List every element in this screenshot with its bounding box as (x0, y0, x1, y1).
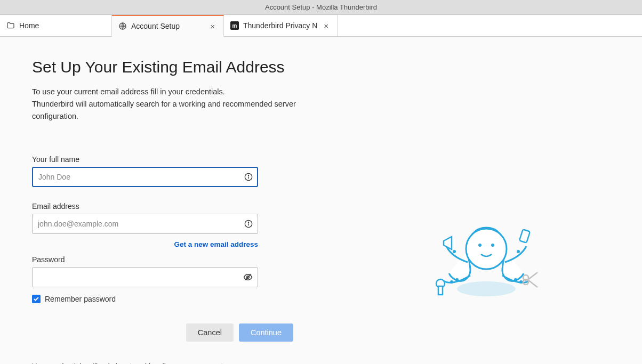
password-label: Password (32, 255, 258, 264)
info-icon[interactable] (244, 173, 253, 181)
password-input[interactable] (32, 267, 258, 287)
action-buttons: Cancel Continue (32, 323, 293, 342)
close-icon[interactable]: × (208, 22, 217, 31)
tab-account-setup[interactable]: Account Setup × (112, 15, 224, 37)
new-email-link[interactable]: Get a new email address (174, 240, 258, 248)
globe-icon (118, 22, 127, 30)
favicon-icon: m (230, 21, 239, 30)
page-content: Set Up Your Existing Email Address To us… (0, 37, 642, 364)
new-email-link-row: Get a new email address (32, 239, 258, 249)
eye-off-icon[interactable] (243, 272, 253, 282)
footer-note: Your credentials will only be stored loc… (32, 362, 331, 364)
svg-point-20 (514, 278, 517, 281)
email-input[interactable] (32, 214, 258, 234)
tab-label: Account Setup (131, 22, 204, 30)
svg-point-11 (478, 244, 482, 247)
page-title: Set Up Your Existing Email Address (32, 58, 331, 76)
remember-checkbox[interactable] (32, 295, 41, 303)
email-label: Email address (32, 202, 258, 211)
cancel-button[interactable]: Cancel (186, 323, 234, 342)
svg-point-12 (491, 244, 494, 247)
tab-privacy-notice[interactable]: m Thunderbird Privacy N × (224, 15, 338, 36)
svg-point-19 (450, 280, 453, 284)
page-description-2: Thunderbird will automatically search fo… (32, 98, 331, 123)
tab-home[interactable]: Home (0, 15, 112, 36)
email-field-group: Email address (32, 202, 258, 234)
illustration (363, 58, 610, 364)
name-field-group: Your full name (32, 155, 258, 187)
svg-point-9 (457, 281, 516, 296)
remember-password-row[interactable]: Remember password (32, 295, 331, 303)
name-label: Your full name (32, 155, 258, 164)
svg-rect-13 (519, 229, 530, 242)
svg-point-23 (517, 250, 520, 253)
window-titlebar: Account Setup - Mozilla Thunderbird (0, 0, 642, 15)
svg-point-3 (248, 175, 248, 175)
window-title: Account Setup - Mozilla Thunderbird (265, 3, 377, 11)
close-icon[interactable]: × (322, 21, 331, 30)
svg-rect-15 (438, 286, 443, 295)
octopus-icon (428, 212, 545, 313)
page-description-1: To use your current email address fill i… (32, 86, 331, 98)
info-icon[interactable] (244, 220, 253, 228)
form-column: Set Up Your Existing Email Address To us… (32, 58, 331, 364)
password-field-group: Password (32, 255, 258, 287)
folder-icon (6, 21, 15, 30)
svg-point-18 (455, 278, 459, 281)
tab-strip: Home Account Setup × m Thunderbird Priva… (0, 15, 642, 37)
svg-point-6 (248, 222, 248, 222)
svg-point-10 (466, 229, 507, 269)
name-input[interactable] (32, 167, 258, 187)
svg-point-22 (453, 250, 456, 253)
tab-label: Home (19, 21, 105, 30)
svg-point-21 (519, 280, 523, 284)
tab-label: Thunderbird Privacy N (243, 21, 317, 30)
remember-label: Remember password (45, 295, 116, 303)
continue-button[interactable]: Continue (239, 323, 293, 342)
